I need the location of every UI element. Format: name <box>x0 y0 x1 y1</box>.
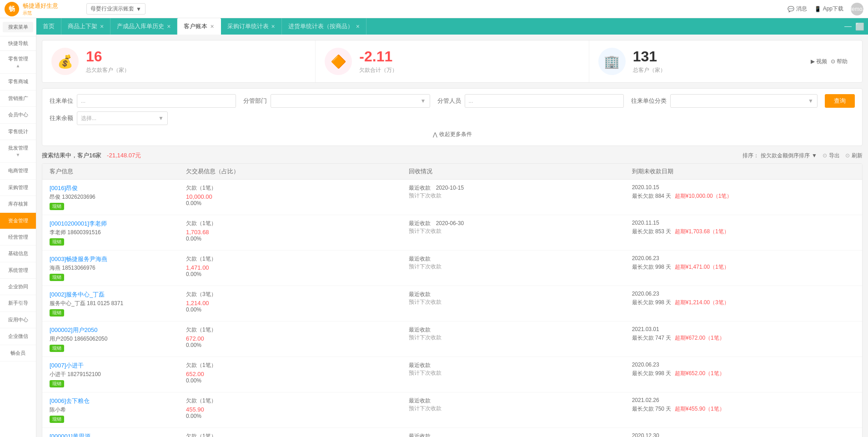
sidebar-item-enterprise-coop[interactable]: 企业协同 <box>0 279 36 295</box>
content-area: 首页 商品上下架 × 产成品入库单历史 × 客户账本 × 采购订单统计表 × <box>36 18 868 437</box>
overdue-link-2[interactable]: 超期¥1,471.00（1笔） <box>675 264 729 270</box>
video-btn[interactable]: ▶ 视频 <box>811 58 827 65</box>
sidebar-item-retail-mall[interactable]: 零售商城 <box>0 74 36 90</box>
sidebar-item-ecommerce-mgmt[interactable]: 电商管理 <box>0 163 36 179</box>
debt-amount-6[interactable]: 455.90 <box>186 406 409 413</box>
sidebar-item-batch-mgmt[interactable]: 批发管理 ▼ <box>0 140 36 163</box>
refresh-btn[interactable]: ⊙ 刷新 <box>845 152 863 160</box>
debt-amount-3[interactable]: 1,214.00 <box>186 300 409 306</box>
from-unit-input[interactable]: ... <box>77 94 236 108</box>
sidebar-item-enterprise-wechat[interactable]: 企业微信 <box>0 328 36 345</box>
tab-minimize-icon[interactable]: — <box>844 22 852 30</box>
debt-percent-5: 0.00% <box>186 377 409 384</box>
sidebar-item-operation-mgmt[interactable]: 经营管理 <box>0 229 36 246</box>
collapse-btn[interactable]: ⋀ 收起更多条件 <box>433 131 472 138</box>
sidebar-item-system-mgmt[interactable]: 系统管理 <box>0 262 36 279</box>
app-download-btn[interactable]: 📱 App下载 <box>814 5 843 13</box>
tab-import-stats[interactable]: 进货单统计表（按商品） × <box>282 18 366 35</box>
tab-customer-account-close[interactable]: × <box>210 23 214 30</box>
tab-product-history[interactable]: 产成品入库单历史 × <box>110 18 177 35</box>
due-date-cell: 2021.03.01 最长欠款 747 天 超期¥672.00（1笔） <box>632 326 855 342</box>
debt-amount-4[interactable]: 672.00 <box>186 335 409 342</box>
page-content: 💰 16 总欠款客户（家） 🔶 -2.11 欠款合计（万） <box>36 35 868 437</box>
customer-name-4[interactable]: [000002]用户2050 <box>50 326 186 334</box>
overdue-link-4[interactable]: 超期¥672.00（1笔） <box>675 335 725 341</box>
customer-name-5[interactable]: [0007]小进干 <box>50 362 186 370</box>
sort-selector[interactable]: 排序： 按欠款金额倒序排序 ▼ <box>743 152 817 160</box>
recovery-cell: 最近收款 预计下次收款 <box>409 326 632 342</box>
sidebar-item-new-guide[interactable]: 新手引导 <box>0 295 36 311</box>
customer-phone-2: 海燕 18513066976 <box>50 264 186 272</box>
debt-amount-5[interactable]: 652.00 <box>186 371 409 377</box>
sidebar-item-member-plus[interactable]: 畅会员 <box>0 345 36 362</box>
from-unit-label: 往来单位 <box>50 97 73 105</box>
sidebar-item-purchase-mgmt[interactable]: 采购管理 <box>0 180 36 196</box>
customer-name-3[interactable]: [0002]服务中心_丁磊 <box>50 291 186 299</box>
sidebar-item-retail-mgmt[interactable]: 零售管理 ▲ <box>0 51 36 74</box>
help-btn[interactable]: ⊙ 帮助 <box>831 58 848 65</box>
due-date-7: 2020.12.30 <box>632 432 855 437</box>
search-menu-btn[interactable]: 搜索菜单 <box>3 22 33 32</box>
filter-from-unit: 往来单位 ... <box>50 94 236 108</box>
tab-purchase-stats[interactable]: 采购订单统计表 × <box>221 18 282 35</box>
debt-amount-2[interactable]: 1,471.00 <box>186 264 409 271</box>
manager-input[interactable]: ... <box>465 94 624 108</box>
tab-bar: 首页 商品上下架 × 产成品入库单历史 × 客户账本 × 采购订单统计表 × <box>36 18 868 35</box>
due-date-cell: 2020.06.23 最长欠款 998 天 超期¥1,214.00（3笔） <box>632 291 855 306</box>
overdue-link-0[interactable]: 超期¥10,000.00（1笔） <box>675 193 733 199</box>
industry-selector[interactable]: 母婴行业演示账套 ▼ <box>86 3 146 15</box>
tab-home[interactable]: 首页 <box>36 18 61 35</box>
tab-maximize-icon[interactable]: ⬜ <box>855 22 864 31</box>
sidebar-item-marketing[interactable]: 营销推广 <box>0 90 36 107</box>
industry-chevron: ▼ <box>136 6 141 12</box>
overdue-days-5: 最长欠款 998 天 <box>632 370 672 377</box>
recovery-next-1: 预计下次收款 <box>409 227 632 235</box>
balance-placeholder: 选择... <box>81 115 96 122</box>
tab-product-shelf-close[interactable]: × <box>100 23 104 30</box>
recovery-next-0: 预计下次收款 <box>409 192 632 200</box>
due-date-cell: 2020.10.15 最长欠款 884 天 超期¥10,000.00（1笔） <box>632 184 855 200</box>
sidebar-item-app-center[interactable]: 应用中心 <box>0 312 36 328</box>
customer-name-2[interactable]: [0003]畅捷服务尹海燕 <box>50 255 186 263</box>
customer-name-0[interactable]: [0016]昂俊 <box>50 184 186 192</box>
debt-amount-1[interactable]: 1,703.68 <box>186 229 409 236</box>
avatar[interactable]: demo2 <box>851 3 863 15</box>
customer-tag-4: 现销 <box>50 345 64 352</box>
message-btn[interactable]: 💬 消息 <box>788 5 807 13</box>
recovery-cell: 最近收款 2020-06-30 预计下次收款 <box>409 220 632 235</box>
overdue-link-6[interactable]: 超期¥455.90（1笔） <box>675 406 725 412</box>
stat-card-debt-customers: 💰 16 总欠款客户（家） <box>42 40 316 82</box>
export-btn[interactable]: ⊙ 导出 <box>823 152 840 160</box>
debt-percent-6: 0.00% <box>186 413 409 419</box>
overdue-info-1: 最长欠款 853 天 超期¥1,703.68（1笔） <box>632 228 855 236</box>
dept-select[interactable]: ▼ <box>271 94 430 108</box>
tab-purchase-stats-close[interactable]: × <box>271 23 275 30</box>
sidebar-item-retail-stats[interactable]: 零售统计 <box>0 124 36 140</box>
customer-name-6[interactable]: [0006]去下粮仓 <box>50 397 186 405</box>
customer-tag-5: 现销 <box>50 380 64 387</box>
sidebar-item-capital-mgmt[interactable]: 资金管理 <box>0 213 36 229</box>
balance-select[interactable]: 选择... ▼ <box>77 111 168 125</box>
debt-count-3: 欠款（3笔） <box>186 291 409 298</box>
overdue-link-3[interactable]: 超期¥1,214.00（3笔） <box>675 299 729 306</box>
tab-import-stats-close[interactable]: × <box>356 23 360 30</box>
logo-area: 畅 畅捷通好生意 示范 <box>5 2 86 16</box>
sidebar-item-basic-info[interactable]: 基础信息 <box>0 246 36 262</box>
search-button[interactable]: 查询 <box>825 94 855 108</box>
overdue-link-5[interactable]: 超期¥652.00（1笔） <box>675 370 725 377</box>
stat-card-actions: ▶ 视频 ⊙ 帮助 <box>805 52 853 71</box>
filter-row-2: 往来余额 选择... ▼ <box>50 111 855 125</box>
overdue-days-2: 最长欠款 998 天 <box>632 264 672 270</box>
unit-category-select[interactable]: ▼ <box>670 94 818 108</box>
sidebar-item-member-center[interactable]: 会员中心 <box>0 107 36 123</box>
customer-name-1[interactable]: [00010200001]李老师 <box>50 220 186 228</box>
customer-name-7[interactable]: [000001]黄思源 <box>50 432 186 437</box>
tab-product-shelf[interactable]: 商品上下架 × <box>61 18 110 35</box>
debt-amount-0[interactable]: 10,000.00 <box>186 193 409 200</box>
sidebar-item-inventory[interactable]: 库存核算 <box>0 196 36 212</box>
stat-card-debt-amount: 🔶 -2.11 欠款合计（万） <box>316 40 589 82</box>
overdue-link-1[interactable]: 超期¥1,703.68（1笔） <box>675 228 729 235</box>
tab-product-history-close[interactable]: × <box>167 23 171 30</box>
quick-nav-btn[interactable]: 快捷导航 <box>0 36 36 51</box>
tab-customer-account[interactable]: 客户账本 × <box>177 18 221 35</box>
